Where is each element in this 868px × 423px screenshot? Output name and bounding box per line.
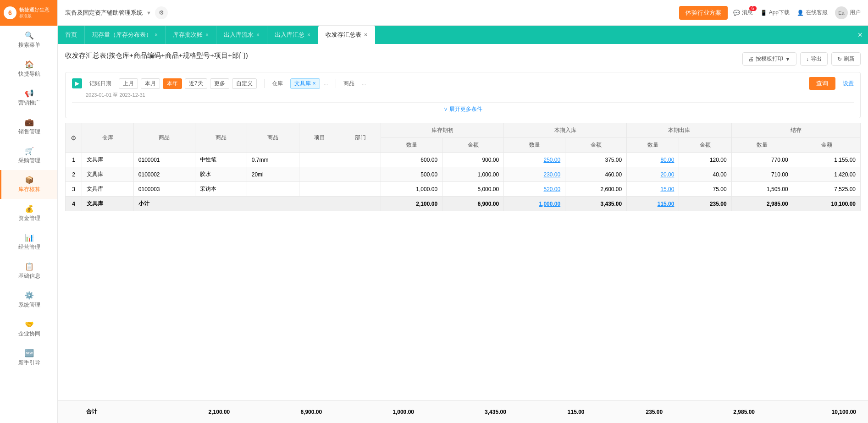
th-in: 本期入库 (504, 123, 627, 138)
sidebar-item-inventory[interactable]: 📦 库存核算 (0, 170, 57, 199)
online-service-action[interactable]: 👤 在线客服 (797, 9, 828, 16)
row-in-qty[interactable]: 520.00 (504, 182, 565, 197)
row-department (340, 182, 381, 197)
row-out-qty[interactable]: 20.00 (627, 167, 679, 182)
tab-in-out-flow-close[interactable]: × (256, 32, 260, 38)
tab-inventory-dist-label: 现存量（库存分布表） (92, 31, 152, 39)
this-month-btn[interactable]: 本月 (141, 78, 160, 89)
tab-inventory-dist[interactable]: 现存量（库存分布表） × (85, 26, 166, 44)
sidebar-item-marketing[interactable]: 📢 营销推广 (0, 83, 57, 112)
row-in-amt: 460.00 (565, 167, 627, 182)
tab-batch-close[interactable]: × (205, 32, 209, 38)
message-action[interactable]: 💬 消息 6 (733, 9, 753, 16)
subtotal-row-num: 4 (66, 197, 82, 211)
experience-button[interactable]: 体验行业方案 (679, 6, 728, 20)
row-in-qty[interactable]: 250.00 (504, 153, 565, 167)
filter-expand-btn[interactable]: ∨ 展开更多条件 (72, 102, 854, 113)
table-row: 3 文具库 0100003 采访本 1,000.00 5,000.00 520.… (66, 182, 861, 197)
tab-recv-send-label: 收发存汇总表 (326, 31, 361, 39)
row-opening-qty: 600.00 (381, 153, 442, 167)
topbar-actions: 💬 消息 6 📱 App下载 👤 在线客服 Ea 用户 (733, 6, 861, 19)
system-dropdown-icon: ▼ (146, 10, 151, 16)
tab-in-out-flow[interactable]: 出入库流水 × (216, 26, 267, 44)
footer-in-amt: 3,435.00 (419, 406, 511, 418)
footer-balance-qty: 2,985.00 (667, 406, 759, 418)
subtotal-out-qty[interactable]: 115.00 (627, 197, 679, 211)
filter-collapse-btn[interactable]: ▶ (72, 78, 82, 88)
row-opening-amt: 900.00 (442, 153, 504, 167)
custom-btn[interactable]: 自定义 (232, 78, 257, 89)
tabbar: 首页 现存量（库存分布表） × 库存批次账 × 出入库流水 × 出入库汇总 × … (58, 26, 868, 44)
tab-home[interactable]: 首页 (58, 26, 85, 44)
recent7-btn[interactable]: 近7天 (185, 78, 207, 89)
topbar-system: 装备及固定资产辅助管理系统 ▼ ⚙ (65, 6, 674, 19)
th-out: 本期出库 (627, 123, 731, 138)
sidebar-item-quick-nav[interactable]: 🏠 快捷导航 (0, 55, 57, 83)
app-download-action[interactable]: 📱 App下载 (760, 9, 790, 16)
row-balance-qty: 1,505.00 (731, 182, 793, 197)
tab-in-out-summary[interactable]: 出入库汇总 × (267, 26, 318, 44)
sidebar-item-finance[interactable]: 💰 资金管理 (0, 199, 57, 228)
export-label: 导出 (811, 55, 822, 63)
row-goods-code: 0100001 (133, 153, 195, 167)
table-row: 1 文具库 0100001 中性笔 0.7mm 600.00 900.00 25… (66, 153, 861, 167)
tab-in-out-summary-close[interactable]: × (307, 32, 310, 38)
user-action[interactable]: Ea 用户 (835, 6, 861, 19)
tab-inventory-dist-close[interactable]: × (155, 32, 158, 38)
row-project (299, 153, 340, 167)
sidebar-item-label: 营销推广 (18, 99, 40, 107)
sidebar-item-enterprise[interactable]: 🤝 企业协同 (0, 314, 57, 343)
row-out-qty[interactable]: 15.00 (627, 182, 679, 197)
sidebar-item-search[interactable]: 🔍 搜索菜单 (0, 26, 57, 55)
row-out-qty[interactable]: 80.00 (627, 153, 679, 167)
prev-month-btn[interactable]: 上月 (119, 78, 138, 89)
tab-batch[interactable]: 库存批次账 × (166, 26, 216, 44)
sidebar-item-sales[interactable]: 💼 销售管理 (0, 112, 57, 141)
close-all-tabs[interactable]: × (852, 26, 868, 44)
sidebar-item-label: 销售管理 (18, 128, 40, 136)
th-out-qty: 数量 (627, 138, 679, 153)
sales-icon: 💼 (25, 118, 34, 126)
warehouse-tag-group: 文具库 × ... (290, 78, 328, 89)
subtotal-balance-amt: 10,100.00 (793, 197, 860, 211)
row-out-amt: 120.00 (679, 153, 731, 167)
tab-recv-send-close[interactable]: × (364, 32, 367, 38)
sidebar-item-system[interactable]: ⚙️ 系统管理 (0, 286, 57, 314)
row-balance-qty: 710.00 (731, 167, 793, 182)
date-range-display: 2023-01-01 至 2023-12-31 (86, 92, 854, 99)
warehouse-more[interactable]: ... (324, 80, 328, 87)
goods-more[interactable]: ... (362, 80, 366, 87)
sidebar-item-operations[interactable]: 📊 经营管理 (0, 228, 57, 257)
subtotal-in-qty[interactable]: 1,000.00 (504, 197, 565, 211)
row-balance-amt: 1,155.00 (793, 153, 860, 167)
search-icon: 🔍 (25, 31, 34, 40)
row-goods-name: 采访本 (195, 182, 247, 197)
sidebar-item-label: 企业协同 (18, 330, 40, 338)
sidebar-item-basic-info[interactable]: 📋 基础信息 (0, 257, 57, 286)
sidebar-item-guide[interactable]: 🆕 新手引导 (0, 343, 57, 372)
this-year-btn[interactable]: 本年 (163, 78, 182, 89)
more-btn[interactable]: 更多 (210, 78, 229, 89)
sidebar-nav: 🔍 搜索菜单 🏠 快捷导航 📢 营销推广 💼 销售管理 🛒 采购管理 📦 库存核… (0, 26, 57, 423)
th-goods-spec: 商品 (247, 123, 299, 153)
footer-balance-amt: 10,100.00 (759, 406, 861, 418)
query-button[interactable]: 查询 (809, 77, 835, 90)
th-gear[interactable]: ⚙ (66, 123, 82, 153)
filter-settings-link[interactable]: 设置 (843, 80, 854, 88)
tab-recv-send-summary[interactable]: 收发存汇总表 × (318, 26, 375, 44)
footer-total-label: 合计 (82, 406, 142, 418)
warehouse-tag-close[interactable]: × (313, 80, 316, 87)
sidebar-item-label: 搜索菜单 (18, 41, 40, 49)
gear-icon: ⚙ (71, 134, 77, 142)
export-button[interactable]: ↓ 导出 (800, 52, 828, 66)
settings-gear[interactable]: ⚙ (155, 6, 168, 19)
basic-info-icon: 📋 (25, 262, 34, 271)
sidebar-item-purchase[interactable]: 🛒 采购管理 (0, 141, 57, 170)
row-in-qty[interactable]: 230.00 (504, 167, 565, 182)
print-button[interactable]: 🖨 按模板打印 ▼ (742, 52, 796, 66)
sidebar-item-label: 采购管理 (18, 157, 40, 165)
refresh-button[interactable]: ↻ 刷新 (831, 52, 861, 66)
th-warehouse: 仓库 (82, 123, 134, 153)
th-project: 项目 (299, 123, 340, 153)
footer-out-amt: 235.00 (589, 406, 668, 418)
